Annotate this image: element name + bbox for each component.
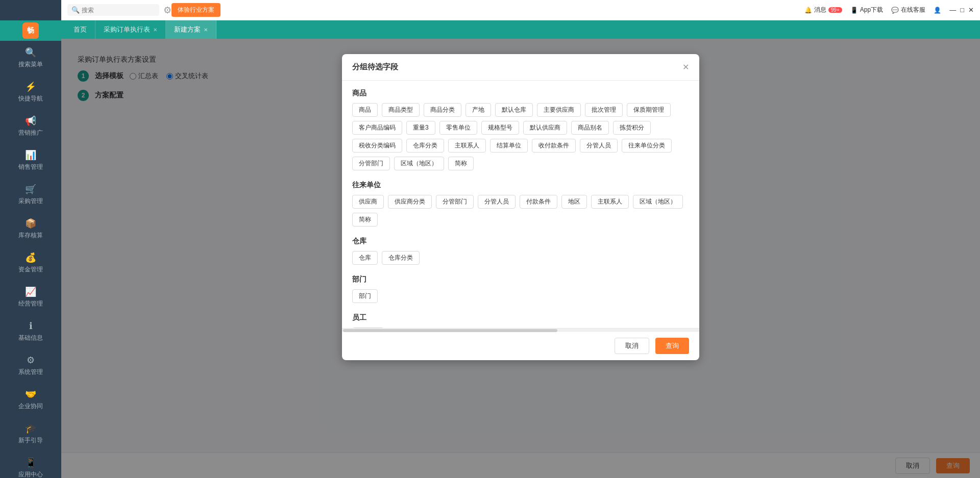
field-tag-0-2[interactable]: 商品分类	[424, 103, 461, 117]
field-tag-0-5[interactable]: 主要供应商	[537, 103, 581, 117]
field-section-4: 员工业务员	[352, 313, 689, 328]
maximize-icon[interactable]: □	[960, 6, 964, 14]
field-tag-0-21[interactable]: 往来单位分类	[622, 139, 672, 153]
field-tag-0-18[interactable]: 结算单位	[490, 139, 528, 153]
field-tag-1-7[interactable]: 区域（地区）	[633, 195, 683, 209]
online-service-item[interactable]: 💬 在线客服	[891, 6, 925, 14]
close-icon[interactable]: ✕	[968, 6, 974, 14]
sidebar-item-6[interactable]: 💰资金管理	[0, 246, 61, 280]
cancel-button[interactable]: 取消	[615, 338, 649, 354]
modal-header: 分组待选字段 ✕	[342, 54, 699, 81]
sidebar-icon-4: 🛒	[25, 184, 36, 195]
field-tag-0-13[interactable]: 商品别名	[571, 121, 609, 135]
modal-footer: 取消 查询	[342, 331, 699, 360]
sidebar-item-3[interactable]: 📊销售管理	[0, 143, 61, 178]
notification-icon: 🔔	[804, 7, 812, 14]
modal-close-button[interactable]: ✕	[682, 62, 689, 72]
sidebar-icon-9: ⚙	[27, 355, 35, 366]
tab-2[interactable]: 新建方案✕	[166, 20, 216, 39]
app-download-label: App下载	[860, 6, 883, 14]
field-tag-0-14[interactable]: 拣货积分	[613, 121, 651, 135]
field-tag-0-4[interactable]: 默认仓库	[495, 103, 533, 117]
field-tag-0-17[interactable]: 主联系人	[448, 139, 486, 153]
field-tag-0-19[interactable]: 收付款条件	[532, 139, 576, 153]
sidebar-label-6: 资金管理	[18, 265, 43, 274]
section-title-4: 员工	[352, 313, 689, 322]
field-tag-0-12[interactable]: 默认供应商	[523, 121, 567, 135]
field-tag-0-24[interactable]: 简称	[448, 157, 474, 170]
field-tag-0-23[interactable]: 区域（地区）	[394, 157, 444, 170]
app-download-item[interactable]: 📱 App下载	[850, 6, 883, 14]
field-tag-1-3[interactable]: 分管人员	[478, 195, 516, 209]
field-tag-0-0[interactable]: 商品	[352, 103, 378, 117]
field-tags-2: 仓库仓库分类	[352, 251, 689, 265]
field-tag-0-1[interactable]: 商品类型	[382, 103, 420, 117]
sidebar-item-1[interactable]: ⚡快捷导航	[0, 75, 61, 109]
sidebar-icon-2: 📢	[25, 115, 36, 127]
field-tag-1-4[interactable]: 付款条件	[520, 195, 557, 209]
field-selection-modal: 分组待选字段 ✕ 商品商品商品类型商品分类产地默认仓库主要供应商批次管理保质期管…	[342, 54, 699, 360]
settings-icon[interactable]: ⚙	[163, 5, 172, 16]
modal-title: 分组待选字段	[352, 62, 398, 72]
notification-badge: 99+	[828, 7, 842, 13]
sidebar-item-2[interactable]: 📢营销推广	[0, 109, 61, 143]
notification-item[interactable]: 🔔 消息 99+	[804, 6, 842, 14]
field-tag-1-8[interactable]: 简称	[352, 213, 378, 227]
sidebar-label-11: 新手引导	[18, 436, 43, 445]
field-tag-0-7[interactable]: 保质期管理	[627, 103, 671, 117]
field-tags-3: 部门	[352, 289, 689, 303]
field-tag-1-1[interactable]: 供应商分类	[388, 195, 432, 209]
search-icon: 🔍	[71, 6, 80, 14]
sidebar-item-4[interactable]: 🛒采购管理	[0, 178, 61, 212]
field-tag-1-2[interactable]: 分管部门	[436, 195, 474, 209]
sidebar-icon-12: 📱	[25, 457, 36, 468]
sidebar-icon-1: ⚡	[25, 81, 36, 92]
field-tag-0-8[interactable]: 客户商品编码	[352, 121, 402, 135]
sidebar: 畅 🔍搜索菜单⚡快捷导航📢营销推广📊销售管理🛒采购管理📦库存核算💰资金管理📈经营…	[0, 0, 61, 478]
field-tag-0-11[interactable]: 规格型号	[481, 121, 519, 135]
modal-horizontal-scrollbar[interactable]	[342, 328, 699, 331]
field-tag-2-0[interactable]: 仓库	[352, 251, 378, 265]
field-tag-0-9[interactable]: 重量3	[406, 121, 435, 135]
sidebar-item-10[interactable]: 🤝企业协同	[0, 383, 61, 417]
field-tag-0-15[interactable]: 税收分类编码	[352, 139, 402, 153]
field-tag-0-22[interactable]: 分管部门	[352, 157, 390, 170]
sidebar-item-0[interactable]: 🔍搜索菜单	[0, 41, 61, 75]
field-tag-1-5[interactable]: 地区	[561, 195, 587, 209]
sidebar-item-12[interactable]: 📱应用中心	[0, 451, 61, 478]
confirm-button[interactable]: 查询	[655, 338, 689, 354]
field-tag-2-1[interactable]: 仓库分类	[382, 251, 420, 265]
sidebar-item-9[interactable]: ⚙系统管理	[0, 348, 61, 383]
field-tag-0-20[interactable]: 分管人员	[580, 139, 618, 153]
sidebar-item-8[interactable]: ℹ基础信息	[0, 314, 61, 348]
field-tag-0-16[interactable]: 仓库分类	[406, 139, 444, 153]
modal-body[interactable]: 商品商品商品类型商品分类产地默认仓库主要供应商批次管理保质期管理客户商品编码重量…	[342, 81, 699, 328]
field-tag-0-6[interactable]: 批次管理	[585, 103, 623, 117]
field-tag-1-0[interactable]: 供应商	[352, 195, 384, 209]
sidebar-icon-7: 📈	[25, 286, 36, 297]
sidebar-icon-0: 🔍	[25, 47, 36, 58]
sidebar-label-1: 快捷导航	[18, 94, 43, 103]
field-tag-3-0[interactable]: 部门	[352, 289, 378, 303]
sidebar-icon-11: 🎓	[25, 423, 36, 434]
tab-label-0: 首页	[74, 25, 87, 34]
tab-label-1: 采购订单执行表	[104, 25, 150, 34]
minimize-icon[interactable]: —	[949, 6, 956, 14]
field-tag-1-6[interactable]: 主联系人	[591, 195, 629, 209]
logo-icon: 畅	[22, 22, 39, 39]
user-avatar[interactable]: 👤	[934, 7, 941, 14]
sidebar-item-5[interactable]: 📦库存核算	[0, 212, 61, 246]
sidebar-item-11[interactable]: 🎓新手引导	[0, 417, 61, 451]
tab-close-1[interactable]: ✕	[153, 27, 157, 33]
header-search-box[interactable]: 🔍	[67, 4, 159, 16]
field-tag-0-10[interactable]: 零售单位	[439, 121, 477, 135]
search-input[interactable]	[82, 7, 153, 14]
experience-button[interactable]: 体验行业方案	[172, 3, 220, 17]
tab-close-2[interactable]: ✕	[204, 27, 208, 33]
download-icon: 📱	[850, 7, 858, 14]
tab-1[interactable]: 采购订单执行表✕	[95, 20, 166, 39]
section-title-1: 往来单位	[352, 181, 689, 190]
field-tag-0-3[interactable]: 产地	[465, 103, 491, 117]
sidebar-item-7[interactable]: 📈经营管理	[0, 280, 61, 314]
tab-0[interactable]: 首页	[65, 20, 95, 39]
